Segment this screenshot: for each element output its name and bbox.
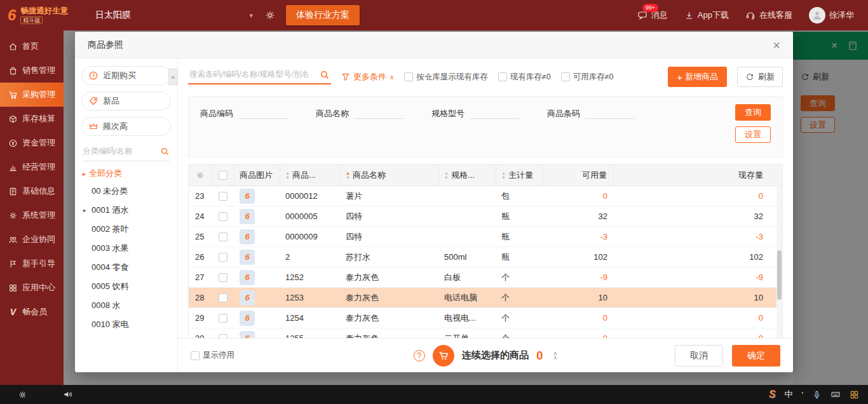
experience-solution-button[interactable]: 体验行业方案 — [286, 5, 360, 25]
select-all-checkbox[interactable] — [219, 171, 227, 180]
stock-qty: 102 — [614, 252, 782, 262]
category-item[interactable]: 0010 家电 — [81, 315, 171, 334]
speaker-icon[interactable] — [63, 389, 73, 400]
filter-name-input[interactable] — [354, 109, 403, 119]
row-checkbox[interactable] — [219, 293, 227, 302]
category-item[interactable]: 0004 零食 — [81, 258, 171, 277]
help-icon[interactable]: ? — [414, 350, 425, 361]
table-row[interactable]: 25 6 0000009 四特 瓶 -3 -3 — [189, 227, 782, 247]
header-unit[interactable]: ▲▼ 主计量 — [496, 165, 544, 185]
clock-icon — [88, 71, 98, 81]
category-item[interactable]: 0002 茶叶 — [81, 220, 171, 239]
ime-punctuation-icon[interactable]: ' — [802, 390, 803, 400]
table-row[interactable]: 26 6 2 苏打水 500ml 瓶 102 102 — [189, 247, 782, 267]
table-row[interactable]: 23 6 0000012 薯片 包 0 0 — [189, 186, 782, 206]
row-checkbox[interactable] — [219, 232, 227, 241]
quick-filter-frequent[interactable]: 频次高 — [81, 117, 171, 136]
show-disabled-checkbox[interactable]: 显示停用 — [191, 350, 234, 361]
available-qty: 10 — [544, 293, 614, 302]
product-search-input[interactable]: 搜索条码/编码/名称/规格型号/别名 — [188, 69, 331, 84]
plus-icon: + — [677, 72, 682, 83]
filter-spec-input[interactable] — [470, 109, 519, 119]
microphone-icon[interactable] — [812, 390, 822, 400]
header-spec[interactable]: ▲▼ 规格... — [439, 165, 496, 185]
caret-right-icon: ▸ — [83, 170, 86, 177]
ime-mode-chinese[interactable]: 中 — [785, 389, 793, 400]
sidebar-item-member[interactable]: V 畅会员 — [0, 300, 64, 324]
add-product-button[interactable]: + 新增商品 — [668, 67, 727, 87]
settings-gear-icon[interactable] — [264, 10, 276, 21]
product-name: 苏打水 — [341, 252, 439, 263]
quick-filter-recent[interactable]: 近期购买 — [81, 66, 171, 85]
row-checkbox[interactable] — [219, 212, 227, 221]
category-item[interactable]: 0005 饮料 — [81, 277, 171, 296]
close-icon[interactable]: × — [773, 39, 780, 51]
toolbox-grid-icon[interactable] — [850, 390, 859, 400]
sidebar-item-enterprise[interactable]: 企业协同 — [0, 227, 64, 252]
search-icon[interactable] — [320, 70, 330, 80]
sidebar-item-guide[interactable]: 新手引导 — [0, 252, 64, 276]
more-conditions-toggle[interactable]: 更多条件 ∧ — [341, 71, 394, 83]
query-button[interactable]: 查询 — [735, 104, 771, 121]
all-categories-toggle[interactable]: ▸ 全部分类 — [83, 168, 170, 179]
filter-label: 规格型号 — [431, 108, 465, 119]
header-name[interactable]: ▲▼ 商品名称 — [341, 165, 439, 185]
quick-filter-new[interactable]: 新品 — [81, 91, 171, 111]
table-scrollbar[interactable] — [776, 187, 782, 338]
filter-field-spec: 规格型号 — [431, 108, 519, 119]
table-row[interactable]: 24 6 0000005 四特 瓶 32 32 — [189, 206, 782, 227]
warehouse-stock-checkbox[interactable]: 按仓库显示现有库存 — [404, 72, 488, 83]
messages-button[interactable]: 99+ 消息 — [637, 10, 668, 21]
sidebar-item-system[interactable]: 系统管理 — [0, 203, 64, 227]
header-stock[interactable]: 现存量 — [614, 165, 782, 185]
funnel-icon — [341, 72, 350, 81]
sidebar-item-home[interactable]: 首页 — [0, 34, 64, 58]
sidebar-item-funds[interactable]: 资金管理 — [0, 131, 64, 155]
collapse-panel-button[interactable]: ∧∧ — [553, 351, 557, 360]
sidebar-item-app-center[interactable]: 应用中心 — [0, 276, 64, 300]
confirm-button[interactable]: 确定 — [732, 345, 780, 367]
sidebar-item-sales[interactable]: 销售管理 — [0, 58, 64, 83]
filter-code-input[interactable] — [238, 109, 288, 119]
category-item[interactable]: ▸0001 酒水 — [81, 201, 171, 220]
category-item[interactable]: 0008 水 — [81, 296, 171, 315]
store-selector[interactable]: 日太阳膜 ▾ — [89, 6, 259, 25]
refresh-button[interactable]: 刷新 — [737, 67, 783, 87]
row-checkbox[interactable] — [219, 192, 227, 201]
keyboard-icon[interactable] — [831, 389, 841, 400]
table-row[interactable]: 29 6 1254 泰力灰色 电视电... 个 0 0 — [189, 308, 782, 328]
filter-barcode-input[interactable] — [585, 109, 635, 119]
sogou-ime-logo[interactable]: S — [769, 389, 776, 400]
app-download-button[interactable]: App下载 — [684, 10, 729, 21]
table-row[interactable]: 27 6 1252 泰力灰色 白板 个 -9 -9 — [189, 267, 782, 288]
sidebar-item-basic-info[interactable]: 基础信息 — [0, 179, 64, 203]
row-checkbox[interactable] — [219, 314, 227, 323]
add-product-label: 新增商品 — [685, 71, 718, 83]
category-item[interactable]: 0003 水果 — [81, 239, 171, 258]
header-available[interactable]: 可用量 — [544, 165, 614, 185]
settings-button[interactable]: 设置 — [735, 126, 771, 143]
checkbox-label: 可用库存≠0 — [573, 72, 614, 83]
sidebar-item-inventory[interactable]: 库存核算 — [0, 107, 64, 131]
stock-nonzero-checkbox[interactable]: 现有库存≠0 — [498, 72, 551, 83]
sidebar-item-label: 采购管理 — [22, 89, 55, 100]
available-nonzero-checkbox[interactable]: 可用库存≠0 — [561, 72, 614, 83]
row-checkbox[interactable] — [219, 273, 227, 282]
category-search-input[interactable]: 分类编码/名称 — [83, 146, 170, 161]
sidebar-item-operations[interactable]: 经营管理 — [0, 155, 64, 179]
cancel-button[interactable]: 取消 — [675, 345, 723, 367]
header-code[interactable]: ▲▼ 商品... — [280, 165, 341, 185]
table-row-selected[interactable]: 28 6 1253 泰力灰色 电话电脑 个 10 10 — [189, 288, 782, 308]
category-item[interactable]: 00 未分类 — [81, 182, 171, 201]
customer-service-button[interactable]: 在线客服 — [745, 10, 792, 21]
sidebar-item-purchase[interactable]: 采购管理 — [0, 83, 64, 107]
user-menu[interactable]: 徐泽华 — [809, 7, 854, 24]
taskbar-gear-icon[interactable] — [18, 390, 27, 400]
sidebar-item-label: 应用中心 — [22, 282, 55, 293]
row-checkbox[interactable] — [219, 253, 227, 262]
panel-collapse-button[interactable]: « — [168, 69, 178, 85]
column-settings-button[interactable] — [189, 165, 212, 185]
scrollbar-thumb[interactable] — [777, 250, 782, 300]
product-thumbnail: 6 — [240, 331, 255, 339]
table-row[interactable]: 30 6 1255 泰力灰色 二开单 个 0 0 — [189, 328, 782, 338]
